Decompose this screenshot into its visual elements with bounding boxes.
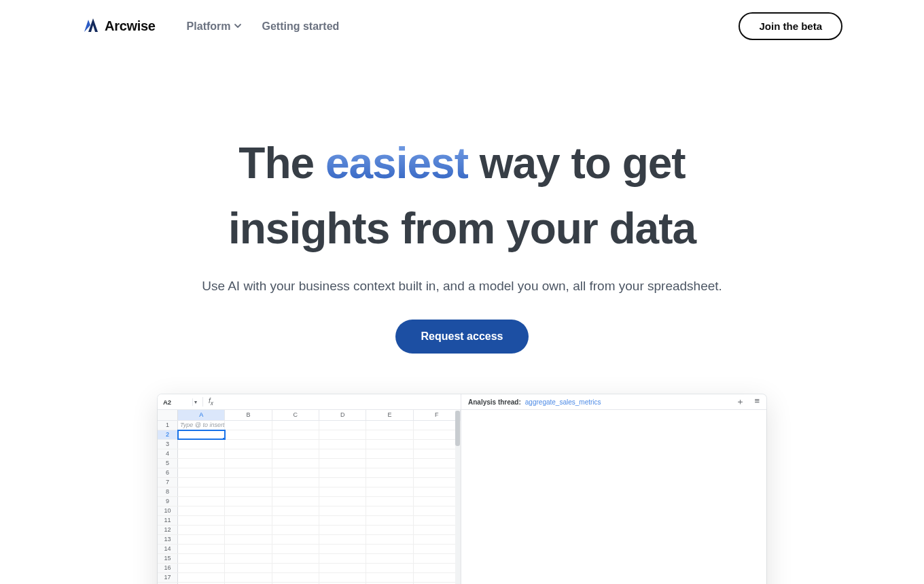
cell[interactable] bbox=[366, 468, 413, 477]
cell[interactable] bbox=[414, 440, 461, 449]
nav-platform[interactable]: Platform bbox=[187, 20, 242, 33]
cell[interactable] bbox=[178, 564, 225, 572]
sheet-scrollbar[interactable] bbox=[455, 411, 460, 584]
cell[interactable] bbox=[319, 459, 366, 468]
cell[interactable] bbox=[225, 449, 272, 458]
col-head-e[interactable]: E bbox=[366, 410, 413, 420]
cell[interactable] bbox=[272, 468, 319, 477]
cell[interactable] bbox=[414, 468, 461, 477]
cell[interactable] bbox=[225, 526, 272, 534]
cell[interactable] bbox=[414, 573, 461, 582]
cell[interactable] bbox=[178, 478, 225, 487]
logo[interactable]: Arcwise bbox=[82, 17, 156, 36]
cell[interactable] bbox=[319, 516, 366, 525]
cell[interactable] bbox=[272, 506, 319, 515]
cell[interactable] bbox=[319, 564, 366, 572]
cell[interactable] bbox=[272, 554, 319, 563]
cell[interactable] bbox=[414, 506, 461, 515]
scrollbar-thumb[interactable] bbox=[455, 411, 460, 446]
cell[interactable] bbox=[366, 421, 413, 430]
cell[interactable] bbox=[272, 459, 319, 468]
cell[interactable] bbox=[366, 554, 413, 563]
cell[interactable] bbox=[178, 497, 225, 506]
cell[interactable] bbox=[414, 516, 461, 525]
cell[interactable] bbox=[178, 573, 225, 582]
cell[interactable] bbox=[366, 545, 413, 553]
row-head[interactable]: 7 bbox=[158, 478, 178, 487]
cell[interactable] bbox=[414, 554, 461, 563]
cell[interactable] bbox=[366, 430, 413, 439]
cell[interactable] bbox=[319, 449, 366, 458]
row-head[interactable]: 13 bbox=[158, 535, 178, 544]
cell[interactable] bbox=[225, 564, 272, 572]
cell[interactable] bbox=[225, 497, 272, 506]
cell[interactable] bbox=[366, 440, 413, 449]
cell[interactable] bbox=[366, 497, 413, 506]
plus-icon[interactable]: ＋ bbox=[736, 396, 745, 408]
cell[interactable] bbox=[319, 506, 366, 515]
cell[interactable] bbox=[272, 573, 319, 582]
row-head[interactable]: 14 bbox=[158, 545, 178, 553]
cell[interactable] bbox=[319, 440, 366, 449]
cell[interactable] bbox=[272, 440, 319, 449]
row-head[interactable]: 12 bbox=[158, 526, 178, 534]
cell[interactable] bbox=[225, 459, 272, 468]
cell[interactable] bbox=[414, 459, 461, 468]
row-head[interactable]: 17 bbox=[158, 573, 178, 582]
cell[interactable] bbox=[414, 449, 461, 458]
cell[interactable] bbox=[272, 421, 319, 430]
cell[interactable] bbox=[272, 535, 319, 544]
cell[interactable] bbox=[178, 545, 225, 553]
cell[interactable] bbox=[414, 526, 461, 534]
row-head-2[interactable]: 2 bbox=[158, 430, 178, 439]
cell[interactable] bbox=[414, 430, 461, 439]
row-head[interactable]: 6 bbox=[158, 468, 178, 477]
join-beta-button[interactable]: Join the beta bbox=[739, 12, 842, 40]
cell[interactable] bbox=[366, 478, 413, 487]
cell[interactable] bbox=[414, 564, 461, 572]
cell[interactable] bbox=[414, 497, 461, 506]
row-head[interactable]: 8 bbox=[158, 487, 178, 496]
cell[interactable] bbox=[225, 535, 272, 544]
cell[interactable] bbox=[319, 421, 366, 430]
cell[interactable] bbox=[178, 535, 225, 544]
cell[interactable] bbox=[366, 526, 413, 534]
analysis-thread-name[interactable]: aggregate_sales_metrics bbox=[525, 398, 601, 406]
cell[interactable] bbox=[178, 506, 225, 515]
cell[interactable] bbox=[178, 449, 225, 458]
cell[interactable] bbox=[366, 506, 413, 515]
row-head[interactable]: 3 bbox=[158, 440, 178, 449]
cell[interactable] bbox=[319, 526, 366, 534]
cell[interactable] bbox=[272, 545, 319, 553]
cell[interactable] bbox=[414, 487, 461, 496]
cell[interactable] bbox=[225, 554, 272, 563]
cell[interactable] bbox=[319, 554, 366, 563]
row-head-1[interactable]: 1 bbox=[158, 421, 178, 430]
row-head[interactable]: 15 bbox=[158, 554, 178, 563]
cell[interactable] bbox=[366, 459, 413, 468]
row-head[interactable]: 10 bbox=[158, 506, 178, 515]
row-head[interactable]: 16 bbox=[158, 564, 178, 572]
cell-a2-active[interactable] bbox=[178, 430, 225, 439]
cell[interactable] bbox=[366, 535, 413, 544]
row-head[interactable]: 11 bbox=[158, 516, 178, 525]
row-head[interactable]: 4 bbox=[158, 449, 178, 458]
cell[interactable] bbox=[225, 468, 272, 477]
cell[interactable] bbox=[319, 497, 366, 506]
cell[interactable] bbox=[319, 545, 366, 553]
cell[interactable] bbox=[178, 459, 225, 468]
cell[interactable] bbox=[414, 545, 461, 553]
fx-icon[interactable]: fx bbox=[202, 397, 213, 407]
request-access-button[interactable]: Request access bbox=[395, 320, 529, 354]
cell[interactable] bbox=[366, 516, 413, 525]
cell[interactable] bbox=[272, 526, 319, 534]
col-head-a[interactable]: A bbox=[178, 410, 225, 420]
cell[interactable] bbox=[178, 526, 225, 534]
cell[interactable] bbox=[366, 564, 413, 572]
cell[interactable] bbox=[414, 478, 461, 487]
row-head[interactable]: 9 bbox=[158, 497, 178, 506]
cell[interactable] bbox=[178, 487, 225, 496]
cell[interactable] bbox=[225, 516, 272, 525]
cell[interactable] bbox=[272, 478, 319, 487]
col-head-c[interactable]: C bbox=[272, 410, 319, 420]
